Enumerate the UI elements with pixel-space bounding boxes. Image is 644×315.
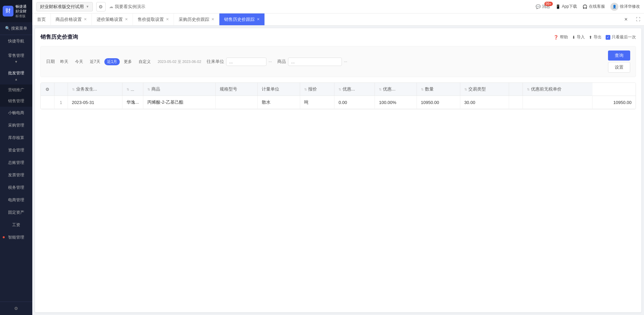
sidebar-item-assets[interactable]: 固定资产 (0, 206, 32, 219)
search-menu[interactable]: 🔍 搜索菜单 (0, 22, 32, 35)
col-pretax-price: ⇅ 优惠前无税单价 (523, 83, 593, 96)
app-name: 畅捷通好业财 (15, 4, 30, 14)
cell-quantity: 30.00 (460, 96, 509, 109)
sidebar-item-smart[interactable]: 智能管理 (0, 231, 32, 244)
discount-amt-sort-icon[interactable]: ⇅ (379, 88, 382, 91)
window-close-button[interactable]: ✕ (620, 13, 632, 26)
sidebar: 财 畅捷通好业财 标准版 🔍 搜索菜单 快捷导航 零售管理 ▼ 批发管理 ▲ 营… (0, 0, 32, 315)
import-link[interactable]: ⬇ 导入 (572, 34, 585, 40)
wholesale-arrow-icon: ▲ (14, 77, 18, 81)
retail-arrow-icon: ▼ (14, 60, 18, 64)
tab-purchase-strategy[interactable]: 进价策略设置 ✕ (92, 13, 133, 26)
app-logo: 财 畅捷通好业财 标准版 (0, 0, 32, 22)
cell-measure: 吨 (300, 96, 334, 109)
tab-close-purchase-history[interactable]: ✕ (211, 18, 214, 21)
user-profile[interactable]: 👤 徐泽华修改 (610, 3, 640, 11)
cell-price: 0.00 (334, 96, 375, 109)
date-opt-more[interactable]: 更多 (121, 58, 135, 65)
date-opt-last7[interactable]: 近7天 (87, 58, 103, 65)
sidebar-item-wholesale[interactable]: 批发管理 ▲ (0, 67, 32, 84)
version-selector[interactable]: 好业财标准版交付试用 ▼ (36, 2, 93, 11)
date-opt-yesterday[interactable]: 昨天 (58, 58, 71, 65)
username: 徐泽华修改 (620, 4, 640, 9)
sort-asc-icon[interactable]: ⇅ (72, 88, 75, 91)
col-spacer (509, 83, 523, 96)
date-opt-last1month[interactable]: 近1月 (104, 58, 120, 65)
checkbox-icon: ✓ (606, 35, 610, 40)
quantity-sort-icon[interactable]: ⇅ (421, 88, 424, 91)
sidebar-subitem-marketing[interactable]: 营销推广 (0, 84, 32, 96)
only-last-checkbox[interactable]: ✓ 只看最后一次 (606, 34, 636, 40)
tab-purchase-history[interactable]: 采购历史价跟踪 ✕ (174, 13, 219, 26)
product-sort-icon[interactable]: ⇅ (147, 88, 150, 91)
sidebar-item-ledger[interactable]: 总账管理 (0, 156, 32, 169)
tab-sales-history[interactable]: 销售历史价跟踪 ✕ (219, 13, 265, 26)
col-more-sort-icon[interactable]: ⇅ (127, 88, 129, 91)
cell-trade-type (509, 96, 523, 109)
sidebar-item-payroll[interactable]: 工资 (0, 219, 32, 231)
filter-bar: 日期 昨天 今天 近7天 近1月 更多 自定义 2023-05-02 至 202… (40, 46, 636, 77)
source-unit-input[interactable] (226, 58, 266, 66)
help-icon: ❓ (553, 35, 559, 40)
smart-dot-icon (3, 236, 5, 238)
tab-close-price-extract[interactable]: ✕ (166, 18, 169, 21)
app-edition: 标准版 (15, 14, 30, 18)
sidebar-nav: 零售管理 ▼ 批发管理 ▲ 营销推广 销售管理 小畅电商 采购管理 库存核算 资… (0, 47, 32, 246)
filter-settings-button[interactable]: 设置 (608, 62, 630, 73)
cell-rownum: 1 (54, 96, 68, 109)
tab-price-extract[interactable]: 售价提取设置 ✕ (133, 13, 174, 26)
tab-close-purchase-strategy[interactable]: ✕ (125, 18, 128, 21)
tabbar: 首页 商品价格设置 ✕ 进价策略设置 ✕ 售价提取设置 ✕ 采购历史价跟踪 ✕ … (32, 13, 644, 26)
export-icon: ⬆ (589, 35, 592, 40)
online-service-button[interactable]: 🎧 在线客服 (582, 4, 605, 9)
col-more: ⇅ ... (122, 83, 143, 96)
sidebar-item-ecommerce-small[interactable]: 小畅电商 (0, 107, 32, 119)
filter-actions: 查询 设置 (608, 50, 630, 73)
product-more-icon[interactable]: ··· (344, 59, 347, 64)
tab-close-product-price[interactable]: ✕ (84, 18, 87, 21)
sidebar-subitem-sales[interactable]: 销售管理 (0, 96, 32, 107)
demo-icon: ☁ (109, 4, 113, 9)
date-filter-group: 日期 昨天 今天 近7天 近1月 更多 自定义 2023-05-02 至 202… (46, 58, 201, 65)
tab-product-price[interactable]: 商品价格设置 ✕ (51, 13, 92, 26)
product-input[interactable] (288, 58, 342, 66)
sidebar-item-ecommerce[interactable]: 电商管理 (0, 194, 32, 206)
sidebar-item-tax[interactable]: 税务管理 (0, 181, 32, 194)
tab-home[interactable]: 首页 (32, 13, 51, 26)
search-icon: 🔍 (5, 26, 10, 31)
sidebar-item-retail[interactable]: 零售管理 ▼ (0, 49, 32, 67)
col-discount-amt: ⇅ 优惠... (375, 83, 417, 96)
date-opt-today[interactable]: 今天 (72, 58, 86, 65)
tab-close-sales-history[interactable]: ✕ (257, 18, 260, 21)
sidebar-item-invoice[interactable]: 发票管理 (0, 169, 32, 181)
sidebar-settings-button[interactable]: ⚙ (0, 302, 32, 315)
messages-button[interactable]: 💬 消息 99+ (536, 4, 550, 9)
cell-unit: 散水 (258, 96, 300, 109)
app-download-button[interactable]: 📱 App下载 (556, 4, 577, 9)
sidebar-item-finance[interactable]: 资金管理 (0, 144, 32, 156)
date-opt-custom[interactable]: 自定义 (136, 58, 153, 65)
query-button[interactable]: 查询 (608, 50, 630, 61)
sidebar-item-inventory[interactable]: 库存核算 (0, 132, 32, 144)
table-header-row: ⚙ ⇅ 业务发生... ⇅ ... (41, 83, 636, 96)
export-link[interactable]: ⬆ 导出 (589, 34, 602, 40)
sidebar-item-purchase[interactable]: 采购管理 (0, 119, 32, 132)
col-trade-type: ⇅ 交易类型 (460, 83, 509, 96)
col-settings-icon[interactable]: ⚙ (45, 87, 49, 92)
page-actions: ❓ 帮助 ⬇ 导入 ⬆ 导出 ✓ 只看最后一次 (553, 34, 636, 40)
discount-pct-sort-icon[interactable]: ⇅ (338, 88, 341, 91)
pretax-price-sort-icon[interactable]: ⇅ (527, 88, 530, 91)
trade-type-sort-icon[interactable]: ⇅ (464, 88, 467, 91)
import-icon: ⬇ (572, 35, 575, 40)
source-unit-more-icon[interactable]: ··· (269, 59, 272, 64)
topbar-settings-button[interactable]: ⚙ (96, 2, 106, 11)
help-link[interactable]: ❓ 帮助 (553, 34, 568, 40)
cell-product: 丙烯酸-2-乙基己酯 (143, 96, 215, 109)
message-badge: 99+ (544, 2, 553, 6)
demo-button[interactable]: ☁ 我要看实例演示 (109, 4, 145, 10)
date-range-display: 2023-05-02 至 2023-06-02 (157, 59, 201, 64)
price-sort-icon[interactable]: ⇅ (304, 88, 307, 91)
cell-pretax-price: 10950.00 (593, 96, 636, 109)
window-maximize-button[interactable]: ⛶ (632, 13, 644, 26)
quick-nav[interactable]: 快捷导航 (0, 35, 32, 47)
